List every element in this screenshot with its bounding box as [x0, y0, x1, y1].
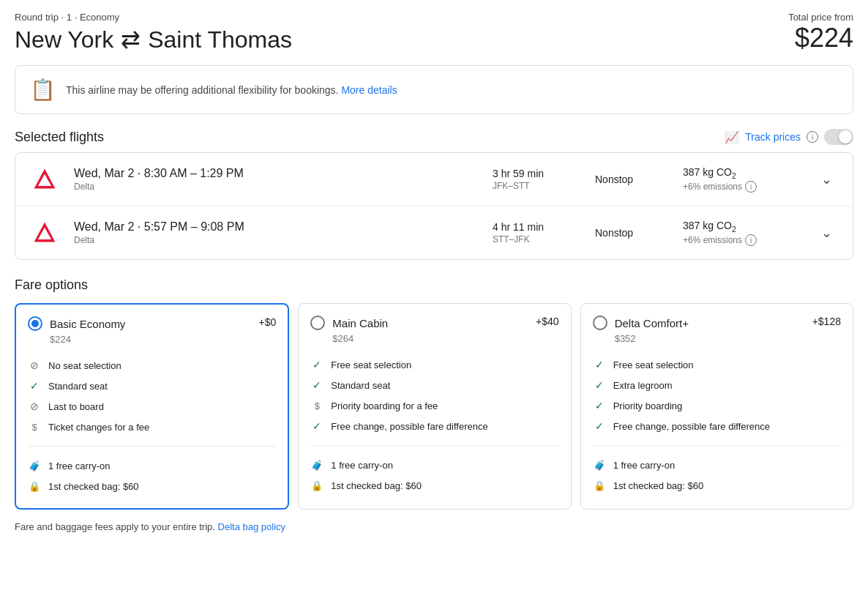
feature-text: 1 free carry-on [331, 460, 393, 471]
fare-card-delta-comfort[interactable]: Delta Comfort+ +$128 $352 ✓ Free seat se… [580, 303, 853, 510]
emissions-note: +6% emissions i [683, 234, 800, 246]
flight-times: 8:30 AM – 1:29 PM [144, 167, 244, 179]
fare-features-list: ✓ Free seat selection ✓ Standard seat $ … [310, 354, 558, 436]
flight-row: Wed, Mar 2 · 8:30 AM – 1:29 PM Delta 3 h… [15, 153, 853, 206]
track-prices-info-icon[interactable]: i [807, 131, 818, 143]
feature-text: Standard seat [331, 380, 390, 391]
expand-flight-button[interactable]: ⌄ [815, 168, 838, 191]
list-item: ✓ Free seat selection [310, 354, 558, 375]
dollar-icon: $ [310, 399, 323, 412]
airline-logo [30, 218, 59, 247]
feature-text: Free seat selection [331, 359, 411, 370]
emissions-value: 387 kg CO2 [683, 166, 800, 180]
feature-text: Standard seat [48, 381, 108, 392]
feature-text: Priority boarding [613, 400, 683, 411]
expand-flight-button[interactable]: ⌄ [815, 221, 838, 245]
flight-date: Wed, Mar 2 [74, 167, 134, 179]
fare-card-header: Basic Economy +$0 [28, 316, 276, 331]
no-icon: ⊘ [28, 400, 41, 413]
list-item: 🔒 1st checked bag: $60 [28, 476, 276, 496]
fare-price-diff: +$128 [812, 316, 841, 327]
fare-divider [593, 445, 841, 446]
toggle-knob [839, 130, 852, 143]
fare-bag-features-list: 🧳 1 free carry-on 🔒 1st checked bag: $60 [28, 455, 276, 496]
track-prices-toggle[interactable] [824, 129, 853, 145]
feature-text: 1st checked bag: $60 [48, 481, 139, 492]
feature-text: Free seat selection [613, 359, 694, 370]
fare-radio-title: Delta Comfort+ [593, 316, 689, 330]
emissions-value: 387 kg CO2 [683, 220, 800, 234]
fare-options-section: Fare options Basic Economy +$0 $224 ⊘ No… [15, 277, 853, 532]
fare-features-list: ⊘ No seat selection ✓ Standard seat ⊘ La… [28, 355, 276, 437]
list-item: ✓ Extra legroom [593, 375, 841, 395]
flight-date: Wed, Mar 2 [74, 220, 134, 233]
origin-city: New York [15, 26, 113, 53]
flight-stops: Nonstop [595, 227, 668, 239]
selected-flights-header: Selected flights 📈 Track prices i [15, 129, 853, 145]
fare-divider [28, 446, 276, 447]
route-code: JFK–STT [493, 181, 580, 191]
notification-banner: 📋 This airline may be offering additiona… [15, 65, 853, 114]
route-title: New York ⇄ Saint Thomas [15, 26, 292, 53]
footer-note: Fare and baggage fees apply to your enti… [15, 521, 853, 532]
list-item: ✓ Free change, possible fare difference [310, 416, 558, 436]
lock-bag-icon: 🔒 [28, 480, 41, 493]
header-right: Total price from $224 [788, 12, 853, 53]
list-item: ✓ Standard seat [28, 376, 276, 396]
list-item: 🔒 1st checked bag: $60 [310, 475, 558, 496]
fare-features-list: ✓ Free seat selection ✓ Extra legroom ✓ … [593, 354, 841, 436]
flight-airline: Delta [74, 235, 478, 245]
fare-name: Main Cabin [332, 317, 388, 329]
radio-button-empty[interactable] [593, 316, 607, 330]
flight-airline: Delta [74, 182, 478, 192]
emissions-info-icon[interactable]: i [745, 181, 757, 193]
duration-time: 4 hr 11 min [493, 221, 580, 233]
radio-button-empty[interactable] [310, 316, 325, 330]
flight-time: Wed, Mar 2 · 5:57 PM – 9:08 PM [74, 220, 478, 234]
delta-logo-svg [31, 166, 58, 193]
feature-text: Free change, possible fare difference [613, 421, 770, 432]
fare-options-title: Fare options [15, 277, 853, 293]
bag-icon: 🧳 [310, 458, 323, 471]
feature-text: 1st checked bag: $60 [331, 480, 422, 491]
emissions-info-icon[interactable]: i [745, 234, 757, 246]
bag-icon: 🧳 [28, 459, 41, 472]
fare-name: Basic Economy [50, 318, 125, 330]
flight-row: Wed, Mar 2 · 5:57 PM – 9:08 PM Delta 4 h… [15, 206, 853, 259]
check-icon: ✓ [593, 420, 606, 433]
flight-dot: · [138, 220, 144, 233]
fare-cards: Basic Economy +$0 $224 ⊘ No seat selecti… [15, 303, 853, 510]
feature-text: Free change, possible fare difference [331, 421, 487, 432]
no-icon: ⊘ [28, 359, 41, 372]
total-price: $224 [788, 23, 853, 53]
check-icon: ✓ [593, 379, 606, 392]
fare-card-basic-economy[interactable]: Basic Economy +$0 $224 ⊘ No seat selecti… [15, 303, 289, 510]
track-prices-label[interactable]: Track prices [745, 131, 801, 143]
feature-text: 1 free carry-on [613, 460, 676, 471]
flight-info: Wed, Mar 2 · 5:57 PM – 9:08 PM Delta [74, 220, 478, 245]
banner-icon: 📋 [30, 78, 56, 102]
fare-card-main-cabin[interactable]: Main Cabin +$40 $264 ✓ Free seat selecti… [298, 303, 571, 510]
fare-radio-title: Main Cabin [310, 316, 388, 330]
check-icon: ✓ [593, 358, 606, 371]
fare-card-header: Delta Comfort+ +$128 [593, 316, 841, 330]
bag-icon: 🧳 [593, 458, 606, 471]
radio-button-selected[interactable] [28, 316, 42, 331]
track-prices-area: 📈 Track prices i [725, 129, 853, 145]
more-details-link[interactable]: More details [341, 84, 397, 96]
fare-card-header: Main Cabin +$40 [310, 316, 558, 330]
track-prices-icon: 📈 [725, 130, 739, 144]
feature-text: No seat selection [48, 360, 121, 371]
flights-container: Wed, Mar 2 · 8:30 AM – 1:29 PM Delta 3 h… [15, 152, 853, 260]
fare-divider [310, 445, 558, 446]
list-item: $ Priority boarding for a fee [310, 395, 558, 416]
route-code: STT–JFK [493, 234, 580, 245]
list-item: ✓ Free seat selection [593, 354, 841, 375]
list-item: 🧳 1 free carry-on [593, 455, 841, 475]
destination-city: Saint Thomas [148, 26, 292, 53]
emissions-note: +6% emissions i [683, 181, 800, 193]
route-arrow: ⇄ [121, 26, 141, 53]
delta-bag-policy-link[interactable]: Delta bag policy [218, 521, 286, 532]
banner-text: This airline may be offering additional … [66, 84, 397, 96]
check-icon: ✓ [593, 399, 606, 412]
